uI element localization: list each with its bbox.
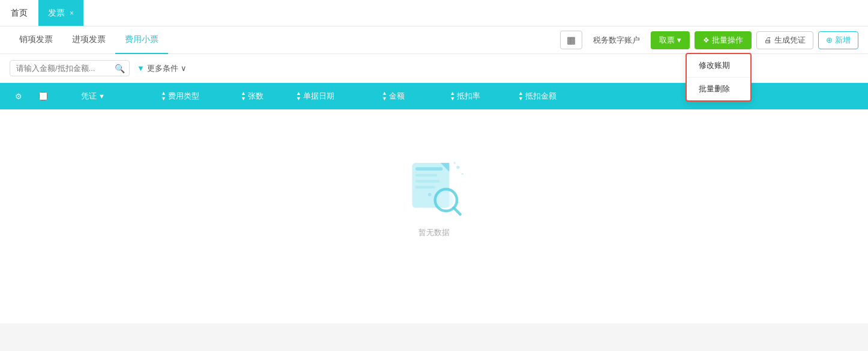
add-button[interactable]: ⊕ 新增 (818, 31, 858, 49)
svg-rect-4 (415, 186, 435, 189)
svg-point-9 (456, 166, 459, 169)
batch-dropdown-menu: 修改账期 批量删除 (686, 53, 752, 102)
th-voucher[interactable]: 凭证 ▼ (54, 91, 132, 102)
voucher-label: 生成凭证 (774, 35, 806, 46)
search-icon: 🔍 (115, 64, 125, 73)
sub-tabs-bar: 销项发票 进项发票 费用小票 ▦ 税务数字账户 取票 ▾ ❖ 批量操作 (0, 26, 868, 54)
invoice-tab-label: 发票 (48, 8, 65, 19)
add-label: 新增 (835, 35, 851, 46)
filter-icon: ▼ (137, 64, 145, 73)
qr-icon: ▦ (567, 34, 576, 46)
empty-state: 暂无数据 (0, 109, 868, 274)
th-count[interactable]: ▲▼ 张数 (228, 91, 276, 102)
empty-label: 暂无数据 (418, 227, 450, 238)
batch-wrapper: ❖ 批量操作 修改账期 批量删除 (695, 31, 752, 49)
sort-arrows-type: ▲▼ (161, 91, 166, 102)
batch-delete-item[interactable]: 批量删除 (687, 77, 750, 100)
qr-button[interactable]: ▦ (560, 31, 582, 49)
sort-arrows-deduct: ▲▼ (518, 91, 523, 102)
tab-expense[interactable]: 费用小票 (115, 27, 168, 54)
search-wrap: 🔍 (10, 60, 130, 76)
take-arrow: ▾ (677, 35, 681, 44)
more-filter-button[interactable]: ▼ 更多条件 ∨ (137, 63, 187, 74)
svg-line-7 (454, 208, 460, 215)
svg-rect-3 (415, 180, 439, 183)
sub-tabs-right: ▦ 税务数字账户 取票 ▾ ❖ 批量操作 修改账期 批量删除 (560, 31, 858, 49)
batch-label: 批量操作 (712, 35, 743, 46)
th-amount[interactable]: ▲▼ 金额 (354, 91, 432, 102)
sort-arrows-count: ▲▼ (241, 91, 246, 102)
search-input[interactable] (10, 60, 130, 76)
generate-voucher-button[interactable]: 🖨 生成凭证 (756, 31, 813, 49)
sort-arrows-rate: ▲▼ (450, 91, 456, 102)
th-type[interactable]: ▲▼ 费用类型 (132, 91, 228, 102)
content-area: ⚙ 凭证 ▼ ▲▼ 费用类型 ▲▼ 张数 ▲▼ 单据日期 ▲▼ 金额 ▲▼ 抵扣… (0, 83, 868, 323)
th-gear[interactable]: ⚙ (5, 92, 32, 101)
gear-icon: ⚙ (15, 92, 22, 101)
voucher-icon: 🖨 (764, 35, 772, 44)
th-date[interactable]: ▲▼ 单据日期 (276, 91, 354, 102)
modify-period-item[interactable]: 修改账期 (687, 54, 750, 77)
batch-icon: ❖ (703, 36, 710, 44)
svg-rect-1 (415, 167, 442, 170)
svg-point-11 (454, 162, 456, 164)
sub-tabs-left: 销项发票 进项发票 费用小票 (10, 26, 168, 53)
sort-arrows-amount: ▲▼ (382, 91, 387, 102)
empty-icon (401, 157, 467, 218)
top-nav: 首页 发票 × (0, 0, 868, 26)
more-filter-arrow: ∨ (181, 64, 187, 73)
tab-sales[interactable]: 销项发票 (10, 27, 62, 54)
svg-rect-2 (415, 174, 437, 177)
batch-operation-button[interactable]: ❖ 批量操作 (695, 31, 752, 49)
th-checkbox[interactable] (32, 92, 54, 100)
sort-arrows-date: ▲▼ (296, 91, 301, 102)
home-tab[interactable]: 首页 (0, 0, 38, 26)
svg-point-10 (461, 172, 463, 175)
select-all-checkbox[interactable] (39, 92, 47, 100)
th-deduct[interactable]: ▲▼ 抵扣金额 (498, 91, 576, 102)
plus-icon: ⊕ (826, 35, 833, 44)
more-filter-label: 更多条件 (147, 63, 178, 74)
tax-account-label: 税务数字账户 (593, 35, 640, 44)
take-label: 取票 (659, 35, 675, 46)
tax-account-button[interactable]: 税务数字账户 (587, 32, 646, 49)
svg-point-6 (438, 192, 453, 207)
close-tab-button[interactable]: × (70, 9, 74, 17)
filter-icon: ▼ (98, 93, 105, 100)
take-ticket-button[interactable]: 取票 ▾ (651, 31, 690, 49)
th-rate[interactable]: ▲▼ 抵扣率 (432, 91, 498, 102)
tab-input[interactable]: 进项发票 (62, 27, 115, 54)
svg-point-8 (428, 193, 431, 196)
invoice-tab[interactable]: 发票 × (38, 0, 83, 26)
